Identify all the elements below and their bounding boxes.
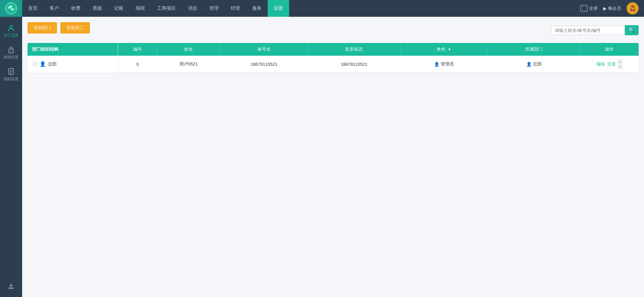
transfer-link[interactable]: 交接 [607,61,616,67]
tax-icon [7,68,15,75]
main-panel: 部门组织结构 📄 👤 总部 [28,43,639,73]
cell-role: 👤 管理员 [400,56,488,73]
main-layout: 员工设置 权限设置 报税设置 [0,17,644,297]
add-employee-button[interactable]: 添加员工 [60,22,90,34]
row-scroll-arrows[interactable]: ▲ ▼ [618,59,623,69]
dept-label: 总部 [533,61,542,67]
download-icon [7,282,15,290]
tree-panel: 部门组织结构 📄 👤 总部 [28,43,118,73]
search-button[interactable]: 🔍 [625,25,639,35]
nav-settings[interactable]: 设置 [268,0,289,17]
nav-customer[interactable]: 客户 [44,0,65,17]
dept-user-icon: 👤 [526,62,532,67]
nav-tax[interactable]: 报税 [129,0,151,17]
col-header-phone: 联系电话 [308,43,400,56]
dept-badge: 👤 总部 [526,61,542,67]
employee-table: 编号 姓名 账号名 联系电话 [118,43,639,73]
nav-service[interactable]: 服务 [246,0,268,17]
sidebar-item-employee[interactable]: 员工设置 [0,20,22,42]
vip-label: 畅会员 [608,5,621,11]
fullscreen-label: 全屏 [589,5,598,11]
tree-file-icon: 📄 [32,62,38,67]
app-logo[interactable] [0,0,22,17]
col-header-name: 姓名 [157,43,220,56]
cell-id: 0 [118,56,157,73]
content-wrapper: 添加部门 添加员工 🔍 部门组织结构 [28,22,639,73]
avatar[interactable]: 🧸 [627,2,639,14]
search-icon: 🔍 [629,27,635,33]
scroll-up-arrow[interactable]: ▲ [618,59,623,64]
cell-operations: 编辑 交接 ▲ ▼ [580,56,639,73]
fullscreen-icon: ⛶ [580,5,588,12]
tree-node-headquarters[interactable]: 📄 👤 总部 [32,59,113,69]
cell-phone: 18679110521 [308,56,400,73]
table-panel: 编号 姓名 账号名 联系电话 [118,43,639,73]
svg-point-4 [11,51,12,52]
sidebar-employee-label: 员工设置 [4,33,18,38]
permissions-icon [7,46,15,53]
search-area: 🔍 [551,25,639,35]
tree-user-icon: 👤 [40,61,46,67]
sidebar: 员工设置 权限设置 报税设置 [0,17,22,297]
sidebar-tax-label: 报税设置 [4,77,18,82]
tree-node-label: 总部 [48,61,57,67]
col-header-department: 所属部门 [488,43,580,56]
search-input[interactable] [551,26,625,35]
svg-point-1 [10,5,12,7]
employee-icon [7,24,15,32]
top-nav-right: ⛶ 全屏 ▶ 畅会员 🧸 [580,2,644,14]
nav-menu: 首页 客户 收费 票据 记账 报税 工商项目 消息 管理 经营 服务 设置 [22,0,580,17]
edit-link[interactable]: 编辑 [596,61,605,67]
add-department-button[interactable]: 添加部门 [28,22,57,34]
scroll-down-arrow[interactable]: ▼ [618,64,623,69]
nav-message[interactable]: 消息 [182,0,203,17]
cell-account: 18679110521 [220,56,308,73]
svg-rect-9 [8,288,14,289]
sidebar-item-tax[interactable]: 报税设置 [0,64,22,86]
col-header-role[interactable]: 角色 ▼ [400,43,488,56]
nav-invoice[interactable]: 票据 [87,0,108,17]
table-row: 0 用户0521 18679110521 18679110521 👤 管理员 [118,56,639,73]
col-header-actions: 操作 [580,43,639,56]
role-user-icon: 👤 [434,62,439,67]
sidebar-item-permissions[interactable]: 权限设置 [0,42,22,64]
tree-header-label: 部门组织结构 [32,47,58,52]
role-filter-icon: ▼ [448,47,451,51]
nav-accounting[interactable]: 记账 [108,0,129,17]
col-header-id: 编号 [118,43,157,56]
svg-rect-5 [9,68,13,75]
nav-commerce[interactable]: 工商项目 [151,0,182,17]
nav-operation[interactable]: 经营 [225,0,246,17]
tree-header: 部门组织结构 [28,43,118,56]
vip-icon: ▶ [603,6,607,11]
sidebar-bottom-btn[interactable] [0,278,22,294]
nav-charge[interactable]: 收费 [65,0,87,17]
tree-body: 📄 👤 总部 [28,56,118,72]
action-bar: 添加部门 添加员工 [28,22,90,34]
cell-department: 👤 总部 [488,56,580,73]
vip-btn[interactable]: ▶ 畅会员 [603,5,621,11]
role-badge: 👤 管理员 [434,61,454,67]
role-label: 管理员 [441,61,454,67]
sidebar-permissions-label: 权限设置 [4,55,18,60]
main-content: 添加部门 添加员工 🔍 部门组织结构 [22,17,644,297]
nav-manage[interactable]: 管理 [203,0,225,17]
fullscreen-btn[interactable]: ⛶ 全屏 [580,5,598,12]
action-search-row: 添加部门 添加员工 🔍 [28,22,639,38]
col-header-account: 账号名 [220,43,308,56]
top-navigation: 首页 客户 收费 票据 记账 报税 工商项目 消息 管理 经营 服务 设置 ⛶ … [0,0,644,17]
svg-point-2 [10,26,12,28]
nav-home[interactable]: 首页 [22,0,44,17]
cell-name: 用户0521 [157,56,220,73]
table-header-row: 编号 姓名 账号名 联系电话 [118,43,639,56]
